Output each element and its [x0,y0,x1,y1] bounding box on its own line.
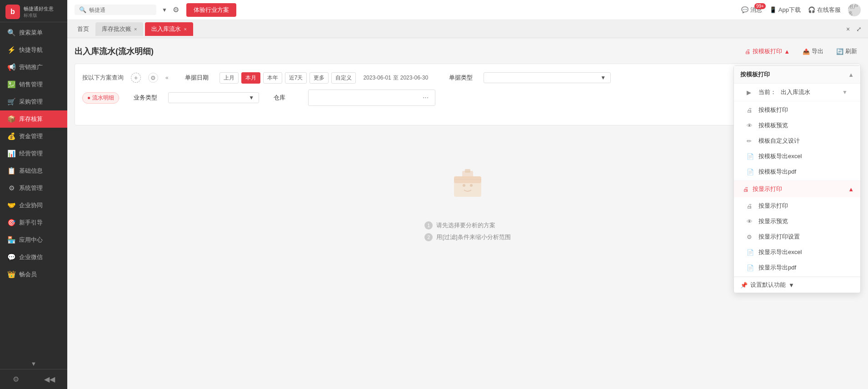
sidebar-bottom: ⚙ ◀◀ [0,369,67,389]
display-print-icon: 🖨 [747,203,754,209]
topbar-search-icon: 🔍 [79,6,86,13]
dropdown-display-preview[interactable]: 👁 按显示预览 [734,214,860,229]
sidebar-collapse-btn[interactable]: ◀◀ [40,373,59,385]
date-btn-more[interactable]: 更多 [309,72,329,84]
topbar-dropdown-arrow[interactable]: ▼ [162,7,167,13]
page-actions: 🖨 按模板打印 ▲ 📤 导出 🔄 刷新 [741,45,861,57]
app-download-icon: 📱 [769,6,777,13]
dropdown-template-export-excel[interactable]: 📄 按模板导出excel [734,149,860,164]
sidebar-settings-btn[interactable]: ⚙ [9,373,23,385]
basics-icon: 📋 [7,167,15,175]
sidebar-item-purchase[interactable]: 🛒 采购管理 [0,93,67,110]
step-1-num: 1 [424,221,433,229]
current-icon: ▶ [747,89,754,96]
sidebar-item-collab[interactable]: 🤝 企业协同 [0,197,67,214]
dropdown-template-export-pdf[interactable]: 📄 按模板导出pdf [734,164,860,180]
topbar-search-input[interactable] [89,7,144,13]
sidebar-item-member[interactable]: 👑 畅会员 [0,266,67,283]
date-btn-7days[interactable]: 近7天 [285,72,307,84]
tab-inventory-batch-close[interactable]: × [134,26,137,32]
dropdown-display-print-settings[interactable]: ⚙ 按显示打印设置 [734,229,860,244]
tab-home[interactable]: 首页 [73,22,94,36]
dropdown-display-export-excel[interactable]: 📄 按显示导出excel [734,244,860,260]
window-controls: × ⤢ [844,25,863,33]
sidebar-item-wechat[interactable]: 💬 企业微信 [0,249,67,266]
svg-rect-3 [465,169,470,173]
tab-inventory-batch[interactable]: 库存批次账 × [95,22,143,36]
tab-inout-flow[interactable]: 出入库流水 × [145,22,193,36]
search-icon: 🔍 [7,29,15,37]
sidebar-item-system[interactable]: ⚙ 系统管理 [0,180,67,197]
sidebar-item-sales[interactable]: 💹 销售管理 [0,76,67,93]
sidebar-item-inventory[interactable]: 📦 库存核算 [0,110,67,128]
empty-svg [445,158,490,204]
dropdown-template-customize[interactable]: ✏ 模板自定义设计 [734,133,860,149]
user-avatar[interactable]: 用户名 [848,4,861,16]
filter-settings-btn[interactable]: ⚙ [148,73,158,83]
appstore-icon: 🏪 [7,236,15,244]
system-icon: ⚙ [7,184,15,192]
tabbar: 首页 库存批次账 × 出入库流水 × × ⤢ [67,20,868,38]
window-expand-btn[interactable]: ⤢ [855,25,863,33]
dropdown-current-item[interactable]: ▶ 当前： 出入库流水 ▼ [734,85,860,100]
filter-collapse-arrow[interactable]: « [165,75,169,81]
dropdown-display-print[interactable]: 🖨 按显示打印 [734,198,860,214]
window-close-btn[interactable]: × [844,25,852,33]
dropdown-display-export-pdf[interactable]: 📄 按显示导出pdf [734,260,860,275]
sidebar-item-finance[interactable]: 💰 资金管理 [0,128,67,145]
export-btn[interactable]: 📤 导出 [799,45,827,57]
dropdown-collapse-arrow[interactable]: ▲ [848,71,854,78]
filter-tag-icon: ● [87,95,90,101]
collab-icon: 🤝 [7,201,15,209]
display-preview-icon: 👁 [747,218,754,225]
sidebar-item-search[interactable]: 🔍 搜索菜单 [0,24,67,41]
sidebar-item-marketing[interactable]: 📢 营销推广 [0,59,67,76]
template-print-arrow: ▲ [784,48,790,55]
template-customize-icon: ✏ [747,138,754,145]
sidebar-item-basics[interactable]: 📋 基础信息 [0,162,67,180]
date-btn-this-month[interactable]: 本月 [241,72,260,84]
refresh-btn[interactable]: 🔄 刷新 [833,45,861,57]
display-excel-icon: 📄 [747,249,754,256]
topbar: 🔍 ▼ ⚙ 体验行业方案 💬 消息 99+ 📱 App下载 🎧 在线客服 用户名 [67,0,868,20]
sales-icon: 💹 [7,80,15,89]
filter-tag-liushui[interactable]: ● 流水明细 [82,92,119,104]
topbar-app-download-btn[interactable]: 📱 App下载 [769,6,801,14]
topbar-online-service-btn[interactable]: 🎧 在线客服 [808,6,841,14]
filter-date-label: 单据日期 [185,74,212,82]
sidebar-item-quicknav[interactable]: ⚡ 快捷导航 [0,41,67,59]
dropdown-display-section-header[interactable]: 🖨 按显示打印 ▲ [734,181,860,197]
filter-add-btn[interactable]: + [131,73,141,83]
marketing-icon: 📢 [7,63,15,71]
sidebar-item-guide[interactable]: 🎯 新手引导 [0,214,67,231]
logo-text: 畅捷通好生意 标准版 [24,5,54,18]
empty-illustration [445,158,490,212]
filter-biz-type-select[interactable]: ▼ [168,92,259,103]
date-btn-this-year[interactable]: 本年 [263,72,282,84]
dropdown-template-print[interactable]: 🖨 按模板打印 [734,102,860,118]
step-2-num: 2 [424,233,433,241]
filter-type-label: 单据类型 [449,74,476,82]
tab-inout-flow-close[interactable]: × [184,26,186,32]
current-expand-arrow: ▼ [842,89,848,95]
dropdown-header: 按模板打印 ▲ [734,66,860,84]
date-btn-last-month[interactable]: 上月 [219,72,239,84]
dropdown-template-preview[interactable]: 👁 按模板预览 [734,118,860,133]
sidebar-item-operations[interactable]: 📊 经营管理 [0,145,67,162]
sidebar-item-appstore[interactable]: 🏪 应用中心 [0,231,67,249]
template-preview-icon: 👁 [747,122,754,129]
filter-date-btns: 上月 本月 本年 近7天 更多 自定义 [219,72,356,84]
template-print-btn[interactable]: 🖨 按模板打印 ▲ [741,45,793,57]
date-btn-custom[interactable]: 自定义 [331,72,356,84]
filter-warehouse-select[interactable]: ··· [308,90,435,106]
filter-type-select[interactable]: ▼ [484,72,611,83]
topbar-search-box[interactable]: 🔍 [75,5,156,15]
filter-warehouse-label: 仓库 [274,94,301,102]
topbar-message-btn[interactable]: 💬 消息 99+ [741,6,762,14]
svg-point-6 [470,184,473,187]
set-default-btn[interactable]: 📌 设置默认功能 ▼ [740,281,794,289]
sidebar-scroll-down[interactable]: ▼ [0,359,67,369]
topbar-gear-icon[interactable]: ⚙ [173,5,179,14]
trial-btn[interactable]: 体验行业方案 [186,3,236,17]
filter-biz-type-label: 业务类型 [134,94,161,102]
